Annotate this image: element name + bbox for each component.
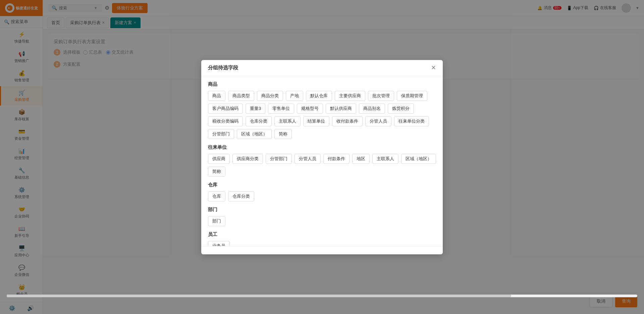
field-tags-product: 商品商品类型商品分类产地默认仓库主要供应商批次管理保质期管理客户商品编码重量3零… [208,91,436,139]
field-tag-product-2[interactable]: 商品分类 [257,91,283,101]
field-tag-product-18[interactable]: 结算单位 [303,116,329,126]
modal-body: 商品商品商品类型商品分类产地默认仓库主要供应商批次管理保质期管理客户商品编码重量… [201,76,443,246]
field-tag-counterpart-0[interactable]: 供应商 [208,154,230,164]
field-tag-counterpart-6[interactable]: 主联系人 [372,154,398,164]
section-title-counterpart: 往来单位 [208,144,436,150]
modal-footer [201,246,443,254]
field-tag-product-7[interactable]: 保质期管理 [397,91,427,101]
field-tags-warehouse: 仓库仓库分类 [208,191,436,201]
modal-header: 分组待选字段 ✕ [201,60,443,76]
section-product: 商品商品商品类型商品分类产地默认仓库主要供应商批次管理保质期管理客户商品编码重量… [208,81,436,139]
field-tag-counterpart-8[interactable]: 简称 [208,167,225,177]
field-tag-product-24[interactable]: 简称 [274,129,292,139]
field-tag-product-15[interactable]: 税收分类编码 [208,116,243,126]
field-tag-counterpart-4[interactable]: 付款条件 [323,154,350,164]
section-department: 部门部门 [208,207,436,226]
field-tag-counterpart-7[interactable]: 区域（地区） [401,154,436,164]
field-tag-product-16[interactable]: 仓库分类 [246,116,272,126]
field-tag-product-4[interactable]: 默认仓库 [306,91,332,101]
field-tag-product-12[interactable]: 默认供应商 [326,104,356,114]
field-tag-product-13[interactable]: 商品别名 [359,104,385,114]
field-tag-product-0[interactable]: 商品 [208,91,225,101]
field-tag-department-0[interactable]: 部门 [208,216,225,226]
field-select-modal: 分组待选字段 ✕ 商品商品商品类型商品分类产地默认仓库主要供应商批次管理保质期管… [201,60,443,254]
field-tag-product-17[interactable]: 主联系人 [274,116,301,126]
field-tag-product-3[interactable]: 产地 [286,91,303,101]
modal-close-btn[interactable]: ✕ [431,65,436,71]
field-tag-product-19[interactable]: 收付款条件 [332,116,363,126]
field-tag-employee-0[interactable]: 业务员 [208,241,230,246]
h-scrollbar-track [7,295,637,297]
field-tag-product-6[interactable]: 批次管理 [368,91,394,101]
field-tags-counterpart: 供应商供应商分类分管部门分管人员付款条件地区主联系人区域（地区）简称 [208,154,436,177]
section-counterpart: 往来单位供应商供应商分类分管部门分管人员付款条件地区主联系人区域（地区）简称 [208,144,436,177]
section-title-product: 商品 [208,81,436,87]
field-tag-product-11[interactable]: 规格型号 [297,104,323,114]
field-tags-department: 部门 [208,216,436,226]
field-tag-warehouse-1[interactable]: 仓库分类 [228,191,254,201]
field-tag-product-20[interactable]: 分管人员 [365,116,391,126]
field-tag-product-5[interactable]: 主要供应商 [335,91,365,101]
field-tag-counterpart-5[interactable]: 地区 [352,154,370,164]
field-tag-product-1[interactable]: 商品类型 [228,91,254,101]
h-scrollbar-thumb[interactable] [7,295,511,297]
section-title-department: 部门 [208,207,436,213]
field-tag-product-22[interactable]: 分管部门 [208,129,234,139]
section-title-employee: 员工 [208,232,436,238]
field-tag-product-21[interactable]: 往来单位分类 [394,116,429,126]
field-tag-product-8[interactable]: 客户商品编码 [208,104,243,114]
field-tag-counterpart-1[interactable]: 供应商分类 [232,154,263,164]
field-tag-counterpart-3[interactable]: 分管人员 [294,154,321,164]
modal-title: 分组待选字段 [208,65,238,71]
section-title-warehouse: 仓库 [208,182,436,188]
field-tag-counterpart-2[interactable]: 分管部门 [266,154,292,164]
section-warehouse: 仓库仓库仓库分类 [208,182,436,201]
field-tag-warehouse-0[interactable]: 仓库 [208,191,225,201]
field-tag-product-9[interactable]: 重量3 [246,104,265,114]
field-tag-product-10[interactable]: 零售单位 [268,104,294,114]
field-tags-employee: 业务员 [208,241,436,246]
field-tag-product-23[interactable]: 区域（地区） [237,129,272,139]
field-tag-product-14[interactable]: 炼货积分 [388,104,414,114]
section-employee: 员工业务员 [208,232,436,246]
modal-overlay: 分组待选字段 ✕ 商品商品商品类型商品分类产地默认仓库主要供应商批次管理保质期管… [0,0,644,314]
